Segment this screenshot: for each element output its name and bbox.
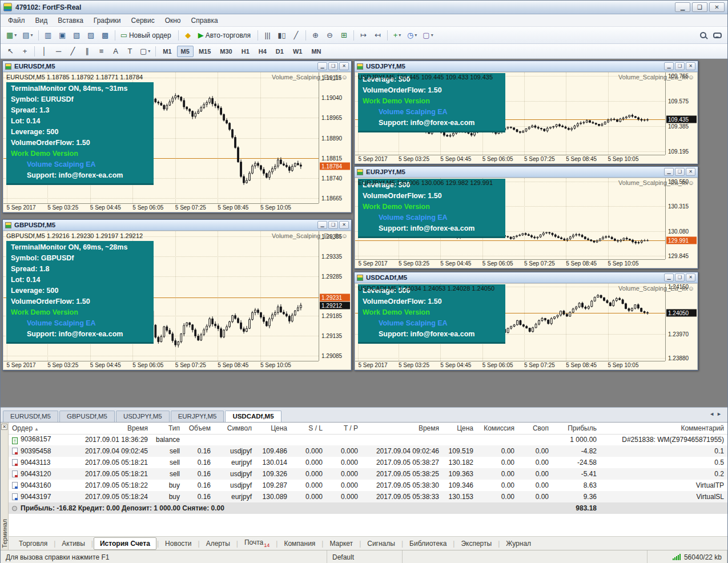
timeframe-h1[interactable]: H1	[238, 46, 254, 57]
timeframe-m30[interactable]: M30	[216, 46, 236, 57]
fibonacci-tool[interactable]: ≡	[95, 45, 108, 58]
time-axis[interactable]: 5 Sep 20175 Sep 03:255 Sep 04:455 Sep 06…	[3, 203, 319, 212]
chart-tab-eurusdf[interactable]: EURUSDf,M5	[3, 411, 58, 422]
terminal-tab-маркет[interactable]: Маркет	[324, 538, 359, 549]
column-header-type[interactable]: Тип	[151, 423, 183, 434]
chart-tab-usdcadf[interactable]: USDCADf,M5	[225, 411, 281, 422]
price-axis[interactable]: 1.241501.239701.238801.24050	[665, 284, 697, 361]
table-header-row[interactable]: Ордер▲ВремяТипОбъемСимволЦенаS / LT / PВ…	[9, 423, 727, 434]
chart-tab-gbpusdf[interactable]: GBPUSDf,M5	[59, 411, 115, 422]
chart-window-titlebar[interactable]: USDCADf,M5 ▁ ❑ ✕	[355, 272, 698, 283]
autotrading-button[interactable]: ▶Авто-торговля	[196, 29, 255, 42]
history-row[interactable]: 904431602017.09.05 05:18:22buy0.16usdjpy…	[9, 480, 727, 491]
cursor-tool[interactable]: ↖	[4, 45, 17, 58]
zoom-out-button[interactable]: ⊖	[323, 29, 336, 42]
time-axis[interactable]: 5 Sep 20175 Sep 03:255 Sep 04:455 Sep 06…	[355, 259, 665, 268]
new-chart-button[interactable]: ▦▾	[4, 29, 19, 42]
chart-close-button[interactable]: ✕	[339, 62, 349, 70]
timeframe-w1[interactable]: W1	[289, 46, 307, 57]
column-header-time2[interactable]: Время	[361, 423, 443, 434]
horizontal-line-tool[interactable]: ─	[52, 45, 65, 58]
column-header-order[interactable]: Ордер▲	[9, 423, 71, 434]
auto-scroll-button[interactable]: ↦	[357, 29, 370, 42]
column-header-symbol[interactable]: Символ	[214, 423, 255, 434]
column-header-price2[interactable]: Цена	[443, 423, 477, 434]
terminal-tab-компания[interactable]: Компания	[278, 538, 321, 549]
channel-tool[interactable]: ∥	[81, 45, 94, 58]
periods-dropdown[interactable]: ◷▾	[405, 29, 419, 42]
timeframe-h4[interactable]: H4	[255, 46, 271, 57]
terminal-tab-история-счета[interactable]: История Счета	[94, 537, 156, 550]
column-header-commission[interactable]: Комиссия	[477, 423, 518, 434]
price-axis[interactable]: 1.191151.190401.189651.188901.188151.187…	[319, 73, 351, 203]
column-header-volume[interactable]: Объем	[183, 423, 214, 434]
chart-close-button[interactable]: ✕	[686, 274, 695, 282]
time-axis[interactable]: 5 Sep 20175 Sep 03:255 Sep 04:455 Sep 06…	[355, 361, 665, 369]
market-watch-button[interactable]: ▥	[42, 29, 55, 42]
menu-item-Вставка[interactable]: Вставка	[53, 15, 89, 26]
bar-chart-button[interactable]: |||	[261, 29, 274, 42]
chat-button[interactable]	[711, 29, 724, 42]
column-header-profit[interactable]: Прибыль	[552, 423, 600, 434]
terminal-tab-торговля[interactable]: Торговля	[13, 538, 53, 549]
menu-item-Окно[interactable]: Окно	[160, 15, 186, 26]
chart-window-titlebar[interactable]: USDJPYf,M5 ▁ ❑ ✕	[355, 61, 698, 72]
price-axis[interactable]: 109.765109.575109.385109.195109.435	[665, 73, 697, 155]
metaeditor-button[interactable]: ◆	[182, 29, 195, 42]
column-header-sl[interactable]: S / L	[291, 423, 326, 434]
window-close-button[interactable]: ✕	[709, 2, 725, 12]
column-header-swap[interactable]: Своп	[518, 423, 552, 434]
chart-close-button[interactable]: ✕	[686, 62, 695, 70]
chart-restore-button[interactable]: ❑	[675, 168, 685, 176]
chart-minimize-button[interactable]: ▁	[317, 221, 327, 229]
chart-minimize-button[interactable]: ▁	[317, 62, 327, 70]
menu-item-Файл[interactable]: Файл	[3, 15, 30, 26]
zoom-in-button[interactable]: ⊕	[309, 29, 322, 42]
menu-item-Графики[interactable]: Графики	[89, 15, 126, 26]
shapes-dropdown[interactable]: ▢▾	[138, 45, 152, 58]
search-button[interactable]	[697, 29, 710, 42]
menu-item-Справка[interactable]: Справка	[186, 15, 223, 26]
trendline-tool[interactable]: ╱	[66, 45, 79, 58]
menu-item-Сервис[interactable]: Сервис	[126, 15, 160, 26]
chart-window-titlebar[interactable]: EURJPYf,M5 ▁ ❑ ✕	[355, 167, 698, 178]
chart-restore-button[interactable]: ❑	[328, 221, 338, 229]
price-axis[interactable]: 1.293851.293351.292851.291851.291351.290…	[319, 231, 351, 361]
timeframe-m1[interactable]: M1	[159, 46, 175, 57]
label-tool[interactable]: T	[123, 45, 136, 58]
candlestick-chart-button[interactable]: ▮▯	[275, 29, 288, 42]
terminal-tab-сигналы[interactable]: Сигналы	[361, 538, 401, 549]
history-row[interactable]: 904431202017.09.05 05:18:21sell0.16usdjp…	[9, 468, 727, 480]
price-axis[interactable]: 130.550130.315130.080129.845129.991	[665, 178, 697, 259]
chart-tab-scroll-arrows[interactable]: ◄►	[709, 411, 724, 417]
chart-restore-button[interactable]: ❑	[675, 62, 685, 70]
navigator-button[interactable]: ▧	[70, 29, 83, 42]
window-restore-button[interactable]: ❑	[692, 2, 707, 12]
column-header-time[interactable]: Время	[71, 423, 151, 434]
terminal-tab-почта[interactable]: Почта14	[239, 537, 275, 549]
tile-windows-button[interactable]: ⊞	[337, 29, 351, 42]
chart-window-titlebar[interactable]: EURUSDf,M5 ▁ ❑ ✕	[3, 61, 351, 72]
time-axis[interactable]: 5 Sep 20175 Sep 03:255 Sep 04:455 Sep 06…	[355, 155, 665, 163]
chart-close-button[interactable]: ✕	[339, 221, 349, 229]
templates-dropdown[interactable]: ▢▾	[420, 29, 435, 42]
terminal-tab-активы[interactable]: Активы	[56, 538, 91, 549]
chart-shift-button[interactable]: ↤	[371, 29, 384, 42]
timeframe-mn[interactable]: MN	[307, 46, 325, 57]
chart-minimize-button[interactable]: ▁	[664, 62, 674, 70]
indicators-dropdown[interactable]: +▾	[391, 29, 404, 42]
terminal-tab-библиотека[interactable]: Библиотека	[404, 538, 452, 549]
crosshair-tool[interactable]: +	[18, 45, 31, 58]
chart-tab-eurjpyf[interactable]: EURJPYf,M5	[171, 411, 224, 422]
terminal-tab-эксперты[interactable]: Эксперты	[455, 538, 497, 549]
data-window-button[interactable]: ▣	[56, 29, 69, 42]
chart-close-button[interactable]: ✕	[686, 168, 695, 176]
chart-minimize-button[interactable]: ▁	[664, 168, 674, 176]
chart-restore-button[interactable]: ❑	[675, 274, 685, 282]
timeframe-m15[interactable]: M15	[195, 46, 215, 57]
history-row[interactable]: 904431132017.09.05 05:18:21sell0.16eurjp…	[9, 457, 727, 468]
terminal-tab-алерты[interactable]: Алерты	[200, 538, 236, 549]
column-header-price[interactable]: Цена	[255, 423, 291, 434]
strategy-tester-button[interactable]: ▩	[99, 29, 112, 42]
line-chart-button[interactable]: ╱	[289, 29, 303, 42]
